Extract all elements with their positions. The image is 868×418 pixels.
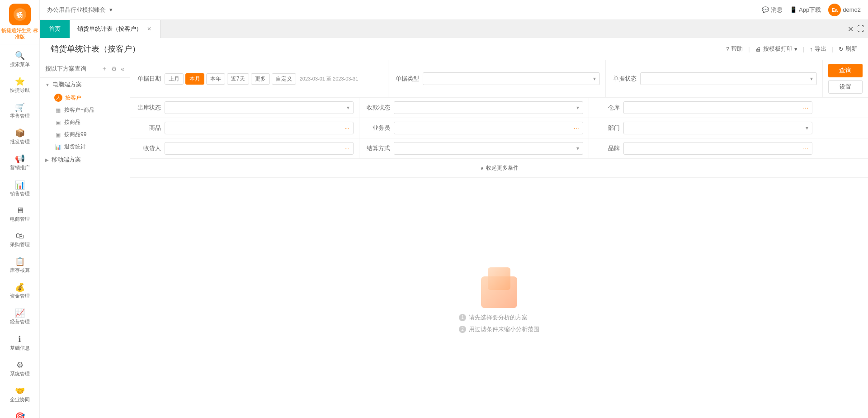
logo-area: 畅 畅捷通好生意 标准版 [0, 0, 39, 44]
date-btn-more[interactable]: 更多 [251, 73, 270, 85]
settings-btn[interactable]: 设置 [828, 80, 863, 94]
collapse-bar: ∧ 收起更多条件 [130, 159, 868, 178]
app-download-btn[interactable]: 📱 App下载 [790, 6, 821, 14]
tree-item-by-goods-99[interactable]: ▣ 按商品99 [51, 128, 130, 141]
collapse-panel-btn[interactable]: « [121, 65, 124, 72]
tab-close-all-btn[interactable]: ✕ [848, 25, 854, 33]
goods-label: 商品 [136, 124, 161, 132]
payment-status-select[interactable]: ▾ [394, 101, 583, 114]
tab-sales-stat[interactable]: 销货单统计表（按客户） ✕ [70, 20, 160, 38]
sidebar-label-ecommerce: 电商管理 [10, 216, 30, 222]
sidebar-label-retail: 零售管理 [10, 113, 30, 119]
sidebar-item-cooperation[interactable]: 🤝 企业协同 [0, 381, 39, 407]
sidebar-label-basic-info: 基础信息 [10, 345, 30, 351]
left-panel-header: 按以下方案查询 ＋ ⚙ « [40, 60, 130, 78]
date-btn-custom[interactable]: 自定义 [272, 73, 296, 85]
date-range-display: 2023-03-01 至 2023-03-31 [300, 76, 359, 82]
query-btn[interactable]: 查询 [828, 64, 863, 77]
info-icon: ℹ [18, 334, 21, 344]
sidebar-label-quick-nav: 快捷导航 [10, 87, 30, 93]
search-icon: 🔍 [15, 51, 25, 61]
operations-icon: 📈 [15, 308, 25, 318]
sidebar-item-marketing[interactable]: 📢 营销推广 [0, 149, 39, 175]
tab-expand-btn[interactable]: ⛶ [857, 25, 864, 33]
tab-close-btn[interactable]: ✕ [146, 25, 153, 33]
sidebar-item-sales[interactable]: 📊 销售管理 [0, 176, 39, 201]
messages-btn[interactable]: 💬 消息 [762, 6, 783, 14]
export-icon: ↑ [810, 46, 813, 52]
sidebar-item-quick-nav[interactable]: ⭐ 快捷导航 [0, 72, 39, 98]
page-actions: ? 帮助 | 🖨 按模板打印 ▾ | ↑ 导出 | ↻ 刷新 [726, 45, 857, 53]
tree-item-by-goods[interactable]: ▣ 按商品 [51, 116, 130, 128]
tree-mobile-header[interactable]: ▶ 移动端方案 [40, 153, 130, 166]
settings-scheme-btn[interactable]: ⚙ [111, 65, 117, 72]
export-btn[interactable]: ↑ 导出 [810, 45, 826, 53]
out-status-select[interactable]: ▾ [165, 101, 354, 114]
refresh-icon: ↻ [839, 46, 844, 52]
date-btn-this-year[interactable]: 本年 [206, 73, 225, 85]
topbar-left: 办公用品行业模拟账套 ▾ [47, 6, 113, 14]
sidebar-item-inventory[interactable]: 📋 库存核算 [0, 252, 39, 278]
warehouse-select[interactable]: ··· [623, 101, 812, 114]
date-btn-this-month[interactable]: 本月 [185, 73, 204, 85]
add-scheme-btn[interactable]: ＋ [101, 65, 108, 73]
download-icon: 📱 [790, 6, 797, 13]
print-icon: 🖨 [755, 46, 761, 52]
cooperation-icon: 🤝 [15, 386, 25, 396]
goods-select[interactable]: ··· [165, 122, 354, 134]
date-btn-last-month[interactable]: 上月 [165, 73, 184, 85]
recipient-label: 收货人 [136, 144, 161, 152]
sidebar-item-purchase[interactable]: 🛍 采购管理 [0, 227, 39, 252]
tree-desktop-header[interactable]: ▼ 电脑端方案 [40, 78, 130, 91]
sidebar-item-system[interactable]: ⚙ 系统管理 [0, 356, 39, 381]
sidebar-item-wholesale[interactable]: 📦 批发管理 [0, 124, 39, 149]
query-buttons-area: 查询 设置 [823, 60, 868, 97]
sidebar-nav: 🔍 搜索菜单 ⭐ 快捷导航 🛒 零售管理 📦 批发管理 📢 营销推广 📊 销售管… [0, 44, 39, 418]
avatar: Ea [828, 4, 841, 16]
sidebar-item-operations[interactable]: 📈 经营管理 [0, 304, 39, 329]
ecommerce-icon: 🖥 [16, 206, 24, 215]
main-area: 单据日期 上月 本月 本年 近7天 更多 自定义 2023-03-01 至 20… [130, 60, 868, 418]
topbar: 办公用品行业模拟账套 ▾ 💬 消息 📱 App下载 Ea demo2 [40, 0, 868, 20]
sidebar-label-inventory: 库存核算 [10, 267, 30, 273]
recipient-select[interactable]: ··· [165, 142, 354, 155]
marketing-icon: 📢 [15, 154, 25, 164]
doc-type-select[interactable]: ▾ [423, 72, 599, 85]
sidebar-item-finance[interactable]: 💰 资金管理 [0, 278, 39, 304]
salesperson-label: 业务员 [365, 124, 390, 132]
tree-toggle-desktop: ▼ [45, 82, 50, 87]
template-print-btn[interactable]: 🖨 按模板打印 ▾ [755, 45, 797, 53]
date-btn-last-7[interactable]: 近7天 [227, 73, 249, 85]
tree-item-by-customer[interactable]: 人 按客户 [51, 91, 130, 104]
refresh-btn[interactable]: ↻ 刷新 [839, 45, 857, 53]
settlement-select[interactable]: ▾ [394, 142, 583, 155]
department-label: 部门 [594, 124, 620, 132]
tree-item-by-customer-goods[interactable]: ▦ 按客户+商品 [51, 104, 130, 116]
body-area: 按以下方案查询 ＋ ⚙ « ▼ 电脑端方案 人 按客户 [40, 60, 868, 418]
sidebar-label-cooperation: 企业协同 [10, 397, 30, 403]
sidebar-item-onboarding[interactable]: 🎯 新手引导 [0, 407, 39, 418]
empty-box-top [488, 267, 510, 290]
sidebar-item-basic-info[interactable]: ℹ 基础信息 [0, 330, 39, 356]
sidebar-label-marketing: 营销推广 [10, 165, 30, 171]
sidebar-item-retail[interactable]: 🛒 零售管理 [0, 98, 39, 124]
tree-item-return-stat[interactable]: 📊 退货统计 [51, 141, 130, 153]
collapse-btn[interactable]: ∧ 收起更多条件 [477, 162, 521, 175]
tab-home[interactable]: 首页 [40, 20, 70, 38]
user-profile[interactable]: Ea demo2 [828, 4, 861, 16]
sidebar-item-search[interactable]: 🔍 搜索菜单 [0, 46, 39, 72]
sidebar-label-operations: 经营管理 [10, 319, 30, 325]
help-btn[interactable]: ? 帮助 [726, 45, 743, 53]
box2-icon: ▣ [54, 131, 61, 138]
department-select[interactable]: ▾ [623, 122, 812, 134]
tree-toggle-mobile: ▶ [45, 157, 49, 162]
topbar-dropdown-icon[interactable]: ▾ [109, 6, 113, 13]
salesperson-select[interactable]: ··· [394, 122, 583, 134]
sidebar-item-ecommerce[interactable]: 🖥 电商管理 [0, 201, 39, 227]
filter-area: 单据日期 上月 本月 本年 近7天 更多 自定义 2023-03-01 至 20… [130, 60, 868, 178]
brand-select[interactable]: ··· [623, 142, 812, 155]
recipient-dots: ··· [344, 145, 350, 152]
doc-status-select[interactable]: ▾ [640, 72, 817, 85]
svg-text:畅: 畅 [16, 11, 23, 19]
doc-status-chevron: ▾ [810, 76, 813, 82]
